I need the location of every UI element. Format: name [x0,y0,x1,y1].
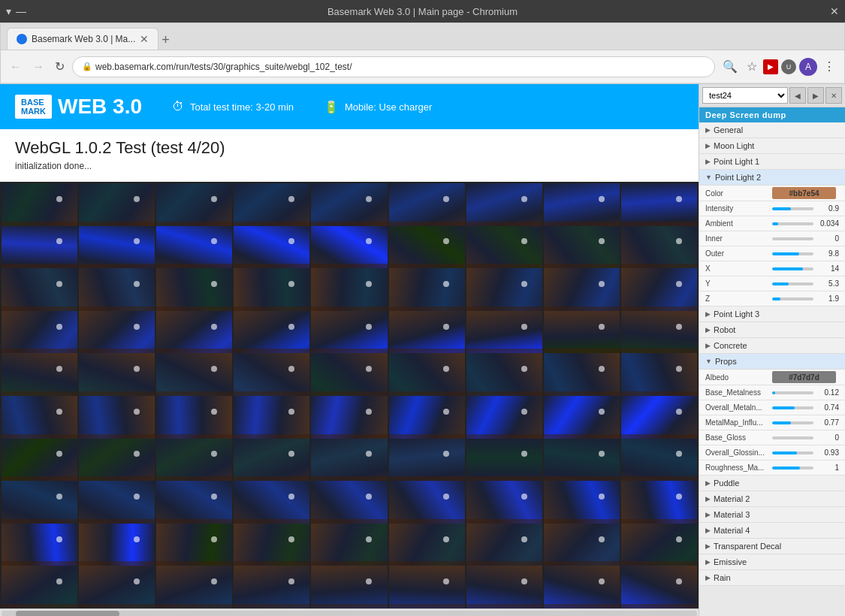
arrow-icon-material-3: ▶ [705,511,711,518]
arrow-icon-point-light-1: ▶ [705,158,711,165]
sidebar-item-props[interactable]: ▼ Props [699,354,845,370]
sidebar-item-label-point-light-1: Point Light 1 [714,157,759,166]
prop-slider-intensity[interactable] [772,204,813,213]
prop-value-y: 5.3 [816,279,839,288]
prop-slider-base-gloss[interactable] [772,433,813,442]
scroll-thumb[interactable] [16,611,120,617]
prop-slider-track-ambient [772,222,813,225]
os-minimize-icon[interactable]: ▾ [6,5,11,17]
prop-slider-metalmap-influ[interactable] [772,418,813,427]
prop-label-y: Y [705,279,769,288]
forward-button[interactable]: → [29,57,47,77]
prop-row-metalmap-influ: MetalMap_Influ... 0.77 [699,415,845,430]
test-time-label: Total test time: 3-20 min [190,101,294,113]
sidebar-item-material-2[interactable]: ▶ Material 2 [699,491,845,507]
prop-slider-z[interactable] [772,294,813,303]
prop-row-overall-glossin: Overall_Glossin... 0.93 [699,445,845,460]
sidebar-item-material-3[interactable]: ▶ Material 3 [699,507,845,523]
sidebar-item-transparent-decal[interactable]: ▶ Transparent Decal [699,539,845,554]
arrow-icon-moon-light: ▶ [705,142,711,149]
sidebar-item-point-light-1[interactable]: ▶ Point Light 1 [699,154,845,170]
sidebar-item-label-point-light-3: Point Light 3 [714,310,759,319]
prop-value-metalmap-influ: 0.77 [816,418,839,427]
sidebar-item-moon-light[interactable]: ▶ Moon Light [699,138,845,154]
sidebar-next-button[interactable]: ▶ [807,87,824,104]
prop-slider-track-z [772,297,813,300]
sidebar-close-button[interactable]: ✕ [825,87,842,104]
color-swatch-point-light-2[interactable]: #bb7e54 [772,187,836,199]
back-button[interactable]: ← [7,57,25,77]
arrow-icon-point-light-2: ▼ [705,174,712,181]
scroll-track[interactable] [2,611,697,617]
prop-label-metalmap-influ: MetalMap_Influ... [705,418,769,427]
prop-slider-track-x [772,267,813,270]
bookmark-button[interactable]: ☆ [744,58,760,75]
profile-icon[interactable]: A [799,58,817,76]
extension-gray-icon[interactable]: U [781,59,796,74]
webpage: BASE MARK WEB 3.0 ⏱ Total test time: 3-2… [0,84,699,616]
header-mobile: 🔋 Mobile: Use charger [324,100,432,114]
prop-slider-fill-metalmap-influ [772,421,791,424]
prop-slider-overall-glossin[interactable] [772,448,813,457]
header-test-time: ⏱ Total test time: 3-20 min [172,100,294,113]
prop-slider-ambient[interactable] [772,219,813,228]
prop-slider-fill-y [772,282,789,285]
sidebar-item-puddle[interactable]: ▶ Puddle [699,476,845,491]
browser-tab-active[interactable]: Basemark Web 3.0 | Ma... ✕ [7,28,158,50]
prop-slider-roughness-ma[interactable] [772,464,813,473]
prop-slider-x[interactable] [772,264,813,273]
grid-cell [2,566,77,608]
extension-red-icon[interactable]: ▶ [763,59,778,74]
main-content: BASE MARK WEB 3.0 ⏱ Total test time: 3-2… [0,84,845,616]
arrow-icon-concrete: ▶ [705,342,711,349]
color-swatch-albedo[interactable]: #7d7d7d [772,371,836,383]
prop-label-overall-glossin: Overall_Glossin... [705,448,769,457]
sidebar-item-concrete[interactable]: ▶ Concrete [699,338,845,354]
prop-slider-base-metalness[interactable] [772,388,813,397]
sidebar-item-rain[interactable]: ▶ Rain [699,570,845,586]
prop-row-base-gloss: Base_Gloss 0 [699,430,845,445]
prop-row-overall-metaln: Overall_Metaln... 0.74 [699,400,845,415]
url-bar[interactable]: 🔒 web.basemark.com/run/tests/30/graphics… [72,56,715,77]
prop-label-color: Color [705,189,769,198]
sidebar-dropdown[interactable]: test24 [702,87,788,104]
bottom-scrollbar[interactable] [0,608,699,616]
prop-value-inner: 0 [816,234,839,243]
sidebar-item-general[interactable]: ▶ General [699,122,845,138]
grid-cell [156,566,232,608]
os-close-icon[interactable]: ✕ [830,5,839,17]
prop-slider-inner[interactable] [772,234,813,243]
new-tab-button[interactable]: + [161,32,170,48]
refresh-button[interactable]: ↻ [52,56,68,77]
clock-icon: ⏱ [172,100,184,113]
prop-row-intensity: Intensity 0.9 [699,201,845,216]
sidebar-item-point-light-2[interactable]: ▼ Point Light 2 [699,170,845,186]
sidebar-item-label-general: General [714,125,743,134]
screenshot-grid [0,182,699,608]
sidebar-item-emissive[interactable]: ▶ Emissive [699,554,845,570]
prop-slider-y[interactable] [772,279,813,288]
sidebar-item-point-light-3[interactable]: ▶ Point Light 3 [699,306,845,322]
os-maximize-icon[interactable]: — [16,5,26,17]
search-button[interactable]: 🔍 [720,58,741,75]
sidebar-item-material-4[interactable]: ▶ Material 4 [699,523,845,539]
sidebar-prev-button[interactable]: ◀ [789,87,806,104]
prop-label-albedo: Albedo [705,373,769,382]
logo-base-text: BASE [21,98,46,107]
prop-slider-track-overall-metaln [772,406,813,409]
prop-row-inner: Inner 0 [699,231,845,246]
prop-label-intensity: Intensity [705,204,769,213]
prop-slider-overall-metaln[interactable] [772,403,813,412]
prop-label-base-gloss: Base_Gloss [705,433,769,442]
prop-row-roughness-ma: Roughness_Ma... 1 [699,460,845,476]
sidebar-item-robot[interactable]: ▶ Robot [699,322,845,338]
tab-close-button[interactable]: ✕ [140,33,149,45]
prop-slider-outer[interactable] [772,249,813,258]
menu-button[interactable]: ⋮ [820,58,838,75]
prop-slider-fill-overall-metaln [772,406,795,409]
grid-cell [311,566,387,608]
sidebar-item-label-material-2: Material 2 [714,494,750,503]
prop-label-roughness-ma: Roughness_Ma... [705,464,769,472]
test-title: WebGL 1.0.2 Test (test 4/20) [15,138,684,158]
prop-row-color: Color #bb7e54 [699,186,845,201]
